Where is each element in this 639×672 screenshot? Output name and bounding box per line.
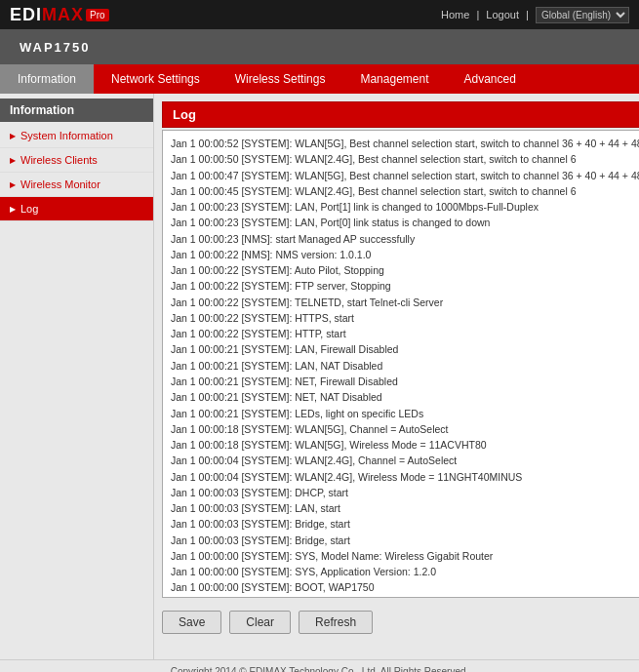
log-line: Jan 1 00:00:03 [SYSTEM]: Bridge, start [171,533,639,548]
device-title: WAP1750 [20,40,91,55]
main-layout: Information System Information Wireless … [0,94,639,659]
nav-item-advanced[interactable]: Advanced [446,64,533,94]
log-line: Jan 1 00:00:00 [SYSTEM]: SYS, Applicatio… [171,564,639,579]
logo-imax: MAX [42,5,84,24]
log-line: Jan 1 00:00:45 [SYSTEM]: WLAN[2.4G], Bes… [171,183,639,199]
sidebar-item-log[interactable]: Log [0,197,153,221]
log-title: Log [162,101,639,128]
log-line: Jan 1 00:00:47 [SYSTEM]: WLAN[5G], Best … [171,168,639,183]
log-line: Jan 1 00:00:22 [SYSTEM]: HTTPS, start [171,310,639,326]
log-line: Jan 1 00:00:23 [SYSTEM]: LAN, Port[0] li… [171,215,639,230]
log-line: Jan 1 00:00:22 [SYSTEM]: TELNETD, start … [171,295,639,310]
save-button[interactable]: Save [162,611,221,634]
refresh-button[interactable]: Refresh [299,611,373,634]
sidebar: Information System Information Wireless … [0,94,154,659]
log-line: Jan 1 00:00:21 [SYSTEM]: LAN, Firewall D… [171,341,639,357]
logo-ed: EDI [10,5,42,24]
nav-item-information[interactable]: Information [0,64,94,94]
header: EDIMAX Pro Home | Logout | Global (Engli… [0,0,639,29]
log-line: Jan 1 00:00:52 [SYSTEM]: WLAN[5G], Best … [171,136,639,151]
nav-item-network-settings[interactable]: Network Settings [94,64,218,94]
nav-bar: Information Network Settings Wireless Se… [0,64,639,94]
log-line: Jan 1 00:00:21 [SYSTEM]: NET, NAT Disabl… [171,389,639,405]
sidebar-item-wireless-clients[interactable]: Wireless Clients [0,148,153,173]
logo: EDIMAX Pro [10,5,109,25]
log-line: Jan 1 00:00:03 [SYSTEM]: LAN, start [171,500,639,516]
log-line: Jan 1 00:00:22 [NMS]: NMS version: 1.0.1… [171,247,639,262]
log-line: Jan 1 00:00:22 [SYSTEM]: FTP server, Sto… [171,278,639,294]
log-line: Jan 1 00:00:21 [SYSTEM]: LEDs, light on … [171,406,639,421]
log-line: Jan 1 00:00:03 [SYSTEM]: DHCP, start [171,485,639,500]
log-line: Jan 1 00:00:23 [SYSTEM]: LAN, Port[1] li… [171,199,639,215]
sidebar-item-system-information[interactable]: System Information [0,124,153,148]
log-line: Jan 1 00:00:21 [SYSTEM]: NET, Firewall D… [171,374,639,389]
content-area: Log Jan 1 00:00:52 [SYSTEM]: WLAN[5G], B… [154,94,639,659]
sidebar-item-wireless-monitor[interactable]: Wireless Monitor [0,173,153,197]
nav-item-wireless-settings[interactable]: Wireless Settings [218,64,343,94]
log-line: Jan 1 00:00:18 [SYSTEM]: WLAN[5G], Wirel… [171,437,639,453]
device-title-bar: WAP1750 [0,29,639,64]
log-line: Jan 1 00:00:50 [SYSTEM]: WLAN[2.4G], Bes… [171,151,639,167]
log-line: Jan 1 00:00:22 [SYSTEM]: HTTP, start [171,326,639,341]
log-line: Jan 1 00:00:22 [SYSTEM]: Auto Pilot, Sto… [171,262,639,278]
log-line: Jan 1 00:00:04 [SYSTEM]: WLAN[2.4G], Wir… [171,469,639,485]
log-line: Jan 1 00:00:00 [RADIUS]: Start Log Messa… [171,596,639,598]
log-line: Jan 1 00:00:03 [SYSTEM]: Bridge, start [171,516,639,532]
nav-item-management[interactable]: Management [342,64,446,94]
log-box[interactable]: Jan 1 00:00:52 [SYSTEM]: WLAN[5G], Best … [162,130,639,598]
log-line: Jan 1 00:00:00 [SYSTEM]: SYS, Model Name… [171,548,639,564]
clear-button[interactable]: Clear [229,611,291,634]
log-line: Jan 1 00:00:00 [SYSTEM]: BOOT, WAP1750 [171,579,639,595]
footer: Copyright 2014 © EDIMAX Technology Co., … [0,659,639,672]
log-line: Jan 1 00:00:23 [NMS]: start Managed AP s… [171,231,639,247]
footer-text: Copyright 2014 © EDIMAX Technology Co., … [171,666,469,672]
log-line: Jan 1 00:00:04 [SYSTEM]: WLAN[2.4G], Cha… [171,453,639,468]
region-select[interactable]: Global (English) [536,7,629,23]
logout-link[interactable]: Logout [486,9,519,20]
header-links: Home | Logout | Global (English) [441,7,629,23]
button-row: Save Clear Refresh [162,606,639,639]
log-line: Jan 1 00:00:18 [SYSTEM]: WLAN[5G], Chann… [171,421,639,437]
log-line: Jan 1 00:00:21 [SYSTEM]: LAN, NAT Disabl… [171,358,639,374]
logo-pro: Pro [86,9,109,21]
home-link[interactable]: Home [441,9,469,20]
sidebar-header: Information [0,99,153,122]
